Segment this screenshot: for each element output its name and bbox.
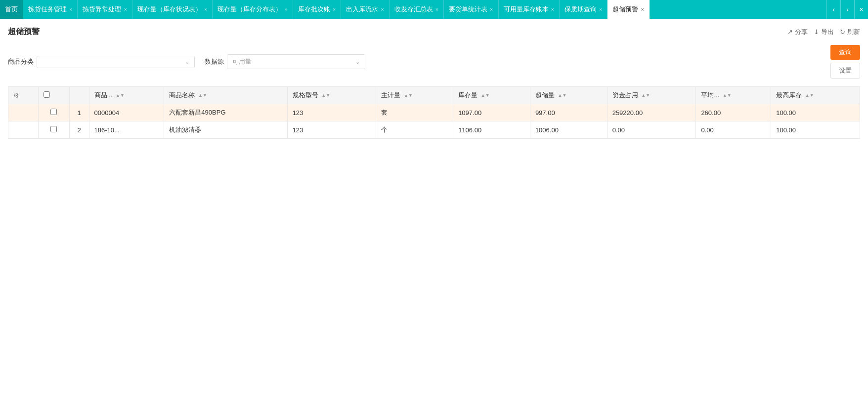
nav-tab-stock-status[interactable]: 现存量（库存状况表） ×: [132, 0, 213, 19]
column-header-spec[interactable]: 规格型号 ▲▼: [287, 87, 376, 104]
row-settings-cell: [8, 104, 39, 121]
top-navigation: 首页 拣货任务管理 × 拣货异常处理 × 现存量（库存状况表） × 现存量（库存…: [0, 0, 868, 19]
export-button[interactable]: ⤓ 导出: [814, 28, 834, 37]
row-stock-cell: 1106.00: [453, 121, 530, 139]
nav-tab-order-stat[interactable]: 要货单统计表 ×: [444, 0, 498, 19]
row-goods-code-cell: 0000004: [89, 104, 164, 121]
export-icon: ⤓: [814, 28, 819, 36]
row-max-stock-cell: 100.00: [771, 121, 860, 139]
table-header-row: ⚙ 商品... ▲▼ 商品名称 ▲▼ 规格型号 ▲▼: [8, 87, 860, 104]
row-overstock-cell: 1006.00: [530, 121, 607, 139]
close-icon[interactable]: ×: [204, 6, 207, 12]
nav-tab-inout[interactable]: 出入库流水 ×: [341, 0, 389, 19]
sort-icon: ▲▼: [481, 93, 490, 98]
nav-arrow-left[interactable]: ‹: [826, 0, 840, 19]
close-icon[interactable]: ×: [381, 6, 384, 12]
row-no-cell: 2: [69, 121, 89, 139]
refresh-button[interactable]: ↻ 刷新: [840, 28, 860, 37]
chevron-down-icon: ⌄: [185, 59, 189, 65]
nav-tab-batch[interactable]: 库存批次账 ×: [293, 0, 341, 19]
row-avg-cell: 0.00: [696, 121, 771, 139]
datasource-filter-group: 数据源 可用量 ⌄: [205, 54, 365, 69]
page-title: 超储预警: [8, 27, 40, 37]
column-header-goods-name[interactable]: 商品名称 ▲▼: [164, 87, 287, 104]
column-header-goods-code[interactable]: 商品... ▲▼: [89, 87, 164, 104]
sort-icon: ▲▼: [198, 93, 207, 98]
query-button[interactable]: 查询: [830, 45, 860, 60]
category-select[interactable]: ⌄: [37, 56, 195, 68]
sort-icon: ▲▼: [805, 93, 814, 98]
nav-tab-abnormal[interactable]: 拣货异常处理 ×: [78, 0, 132, 19]
nav-tab-home[interactable]: 首页: [0, 0, 23, 19]
nav-tab-expiry[interactable]: 保质期查询 ×: [560, 0, 608, 19]
close-icon[interactable]: ×: [333, 6, 336, 12]
column-header-stock[interactable]: 库存量 ▲▼: [453, 87, 530, 104]
sort-icon: ▲▼: [404, 93, 413, 98]
nav-tab-collection[interactable]: 收发存汇总表 ×: [390, 0, 444, 19]
nav-arrows: ‹ › ×: [826, 0, 868, 19]
close-icon[interactable]: ×: [551, 6, 554, 12]
column-header-avg[interactable]: 平均... ▲▼: [696, 87, 771, 104]
close-icon[interactable]: ×: [69, 6, 72, 12]
settings-button[interactable]: 设置: [830, 63, 860, 79]
row-checkbox-cell: [38, 121, 69, 139]
close-icon[interactable]: ×: [490, 6, 493, 12]
close-icon[interactable]: ×: [641, 6, 644, 12]
column-header-unit[interactable]: 主计量 ▲▼: [376, 87, 453, 104]
row-unit-cell: 套: [376, 104, 453, 121]
column-header-no: [69, 87, 89, 104]
gear-icon[interactable]: ⚙: [13, 92, 19, 99]
sort-icon: ▲▼: [321, 93, 330, 98]
page-content: 超储预警 ↗ 分享 ⤓ 导出 ↻ 刷新 商品分类 ⌄ 数据源: [0, 19, 868, 395]
row-unit-cell: 个: [376, 121, 453, 139]
row-capital-cell: 0.00: [607, 121, 696, 139]
chevron-down-icon: ⌄: [355, 59, 360, 65]
nav-tab-overstock[interactable]: 超储预警 ×: [608, 0, 649, 19]
nav-tab-task[interactable]: 拣货任务管理 ×: [23, 0, 78, 19]
select-all-checkbox[interactable]: [43, 91, 50, 98]
filter-buttons: 查询 设置: [830, 45, 860, 79]
table-row: 2 186-10... 机油滤清器 123 个 1106.00 1006.00 …: [8, 121, 860, 139]
close-icon[interactable]: ×: [124, 6, 127, 12]
row-checkbox[interactable]: [50, 109, 57, 115]
row-checkbox-cell: [38, 104, 69, 121]
sort-icon: ▲▼: [641, 93, 650, 98]
page-header: 超储预警 ↗ 分享 ⤓ 导出 ↻ 刷新: [8, 27, 860, 37]
row-overstock-cell: 997.00: [530, 104, 607, 121]
nav-tab-stock-dist[interactable]: 现存量（库存分布表） ×: [213, 0, 293, 19]
sort-icon: ▲▼: [723, 93, 732, 98]
row-avg-cell: 260.00: [696, 104, 771, 121]
row-settings-cell: [8, 121, 39, 139]
row-checkbox[interactable]: [50, 126, 57, 132]
column-header-max-stock[interactable]: 最高库存 ▲▼: [771, 87, 860, 104]
datasource-label: 数据源: [205, 57, 224, 66]
share-button[interactable]: ↗ 分享: [787, 28, 808, 37]
header-actions: ↗ 分享 ⤓ 导出 ↻ 刷新: [787, 28, 860, 37]
close-icon[interactable]: ×: [284, 6, 287, 12]
close-icon[interactable]: ×: [599, 6, 602, 12]
row-goods-code-cell: 186-10...: [89, 121, 164, 139]
row-stock-cell: 1097.00: [453, 104, 530, 121]
filter-row: 商品分类 ⌄ 数据源 可用量 ⌄ 查询 设置: [8, 45, 860, 79]
row-capital-cell: 259220.00: [607, 104, 696, 121]
nav-arrow-right[interactable]: ›: [840, 0, 854, 19]
data-table: ⚙ 商品... ▲▼ 商品名称 ▲▼ 规格型号 ▲▼: [8, 86, 860, 139]
column-header-capital[interactable]: 资金占用 ▲▼: [607, 87, 696, 104]
column-header-checkbox: [38, 87, 69, 104]
column-header-overstock[interactable]: 超储量 ▲▼: [530, 87, 607, 104]
sort-icon: ▲▼: [116, 93, 125, 98]
row-goods-name-cell: 机油滤清器: [164, 121, 287, 139]
nav-arrow-close[interactable]: ×: [854, 0, 868, 19]
refresh-icon: ↻: [840, 28, 845, 36]
sort-icon: ▲▼: [558, 93, 567, 98]
row-goods-name-cell: 六配套新昌490BPG: [164, 104, 287, 121]
category-filter-group: 商品分类 ⌄: [8, 56, 195, 68]
row-max-stock-cell: 100.00: [771, 104, 860, 121]
close-icon[interactable]: ×: [435, 6, 438, 12]
share-icon: ↗: [787, 28, 793, 36]
nav-tab-avail-stock[interactable]: 可用量库存账本 ×: [499, 0, 560, 19]
datasource-select[interactable]: 可用量 ⌄: [227, 54, 365, 69]
column-header-settings: ⚙: [8, 87, 39, 104]
row-spec-cell: 123: [287, 104, 376, 121]
category-label: 商品分类: [8, 57, 34, 66]
